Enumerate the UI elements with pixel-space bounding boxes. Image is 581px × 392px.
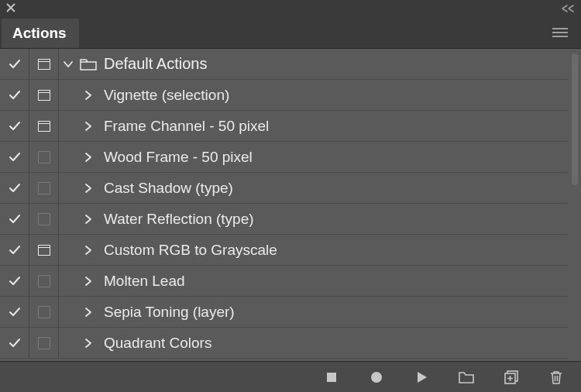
- hamburger-icon: [552, 27, 569, 38]
- check-icon: [8, 57, 22, 71]
- toggle-enable-checkbox[interactable]: [0, 235, 29, 265]
- panel-menu-button[interactable]: [547, 17, 573, 48]
- panel-tabbar: Actions: [0, 17, 581, 48]
- action-row[interactable]: Vignette (selection): [0, 80, 569, 111]
- action-name[interactable]: Custom RGB to Grayscale: [99, 242, 569, 259]
- toggle-enable-checkbox[interactable]: [0, 111, 29, 141]
- expand-action-toggle[interactable]: [77, 214, 99, 225]
- action-name[interactable]: Sepia Toning (layer): [99, 304, 569, 321]
- action-name[interactable]: Cast Shadow (type): [99, 180, 569, 197]
- toggle-dialog-checkbox[interactable]: [29, 297, 59, 327]
- action-name[interactable]: Quadrant Colors: [99, 335, 569, 352]
- new-set-button[interactable]: [456, 366, 477, 388]
- action-set-name[interactable]: Default Actions: [99, 55, 569, 73]
- chevron-right-icon: [84, 90, 93, 101]
- dialog-off-icon: [38, 182, 50, 194]
- scrollbar-thumb[interactable]: [572, 53, 578, 185]
- folder-icon: [77, 58, 99, 70]
- check-icon: [8, 88, 22, 102]
- chevron-down-icon: [63, 59, 74, 70]
- dialog-on-icon: [38, 59, 50, 70]
- folder-icon: [458, 370, 475, 384]
- toggle-enable-checkbox[interactable]: [0, 80, 29, 110]
- expand-action-toggle[interactable]: [77, 307, 99, 318]
- actions-list[interactable]: Default Actions Vignette (selection) Fra…: [0, 49, 569, 361]
- stop-button[interactable]: [321, 366, 342, 388]
- chevron-right-icon: [84, 276, 93, 287]
- chevron-right-icon: [84, 121, 93, 132]
- chevron-right-icon: [84, 152, 93, 163]
- actions-list-container: Default Actions Vignette (selection) Fra…: [0, 48, 581, 361]
- action-row[interactable]: Custom RGB to Grayscale: [0, 235, 569, 266]
- action-row[interactable]: Quadrant Colors: [0, 328, 569, 359]
- tab-actions[interactable]: Actions: [2, 19, 79, 48]
- toggle-dialog-checkbox[interactable]: [29, 80, 59, 110]
- check-icon: [8, 274, 22, 288]
- svg-point-1: [371, 372, 382, 383]
- action-row[interactable]: Water Reflection (type): [0, 204, 569, 235]
- action-name[interactable]: Frame Channel - 50 pixel: [99, 118, 569, 135]
- dialog-off-icon: [38, 213, 50, 225]
- toggle-enable-checkbox[interactable]: [0, 173, 29, 203]
- collapse-panel-icon[interactable]: [561, 2, 575, 15]
- toggle-dialog-checkbox[interactable]: [29, 142, 59, 172]
- toggle-dialog-checkbox[interactable]: [29, 235, 59, 265]
- toggle-dialog-checkbox[interactable]: [29, 173, 59, 203]
- dialog-on-icon: [38, 121, 50, 132]
- toggle-enable-checkbox[interactable]: [0, 266, 29, 296]
- check-icon: [8, 243, 22, 257]
- expand-action-toggle[interactable]: [77, 276, 99, 287]
- action-row[interactable]: Wood Frame - 50 pixel: [0, 142, 569, 173]
- action-row[interactable]: Molten Lead: [0, 266, 569, 297]
- action-row[interactable]: Frame Channel - 50 pixel: [0, 111, 569, 142]
- toggle-dialog-checkbox[interactable]: [29, 204, 59, 234]
- record-icon: [370, 370, 383, 384]
- action-set-row[interactable]: Default Actions: [0, 49, 569, 80]
- action-name[interactable]: Vignette (selection): [99, 87, 569, 104]
- play-button[interactable]: [411, 366, 432, 388]
- trash-icon: [549, 370, 563, 385]
- dialog-off-icon: [38, 151, 50, 163]
- check-icon: [8, 336, 22, 350]
- close-icon[interactable]: [6, 2, 15, 15]
- toggle-dialog-checkbox[interactable]: [29, 49, 59, 79]
- toggle-enable-checkbox[interactable]: [0, 328, 29, 358]
- dialog-on-icon: [38, 245, 50, 256]
- svg-rect-0: [327, 373, 336, 382]
- toggle-dialog-checkbox[interactable]: [29, 266, 59, 296]
- record-button[interactable]: [366, 366, 387, 388]
- expand-action-toggle[interactable]: [77, 183, 99, 194]
- stop-icon: [325, 371, 338, 383]
- expand-action-toggle[interactable]: [77, 121, 99, 132]
- dialog-off-icon: [38, 306, 50, 318]
- toggle-enable-checkbox[interactable]: [0, 297, 29, 327]
- action-row[interactable]: Cast Shadow (type): [0, 173, 569, 204]
- expand-action-toggle[interactable]: [77, 338, 99, 349]
- chevron-right-icon: [84, 338, 93, 349]
- tab-label: Actions: [12, 25, 67, 41]
- new-action-button[interactable]: [500, 366, 522, 388]
- check-icon: [8, 119, 22, 133]
- toggle-dialog-checkbox[interactable]: [29, 328, 59, 358]
- check-icon: [8, 305, 22, 319]
- action-row[interactable]: Sepia Toning (layer): [0, 297, 569, 328]
- new-page-icon: [504, 370, 519, 385]
- toggle-dialog-checkbox[interactable]: [29, 111, 59, 141]
- dialog-on-icon: [38, 90, 50, 101]
- toggle-enable-checkbox[interactable]: [0, 142, 29, 172]
- check-icon: [8, 181, 22, 195]
- expand-action-toggle[interactable]: [77, 152, 99, 163]
- chevron-right-icon: [84, 214, 93, 225]
- toggle-enable-checkbox[interactable]: [0, 204, 29, 234]
- expand-action-toggle[interactable]: [77, 245, 99, 256]
- action-name[interactable]: Water Reflection (type): [99, 211, 569, 228]
- dialog-off-icon: [38, 275, 50, 287]
- action-name[interactable]: Molten Lead: [99, 273, 569, 290]
- toggle-enable-checkbox[interactable]: [0, 49, 29, 79]
- expand-action-toggle[interactable]: [77, 90, 99, 101]
- delete-button[interactable]: [545, 366, 567, 388]
- expand-set-toggle[interactable]: [59, 59, 77, 70]
- action-name[interactable]: Wood Frame - 50 pixel: [99, 149, 569, 166]
- actions-footer-toolbar: [0, 361, 581, 392]
- chevron-right-icon: [84, 307, 93, 318]
